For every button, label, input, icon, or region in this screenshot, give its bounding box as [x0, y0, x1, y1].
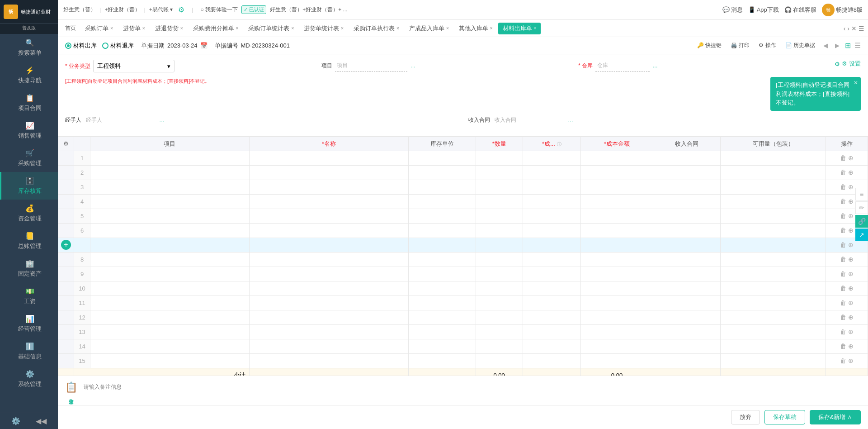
cell-cost[interactable] [523, 194, 580, 209]
topbar-user[interactable]: 畅 畅捷通8版 [822, 4, 863, 16]
tab-incoming-stats[interactable]: 进货单统计表 × [299, 23, 348, 34]
cell-income-contract[interactable] [653, 151, 720, 165]
cell-input-add-5[interactable] [523, 238, 580, 252]
topbar-trial[interactable]: ○ 我要体验一下 [201, 6, 238, 14]
tab-scroll-right[interactable]: › [847, 25, 849, 32]
copy-row-btn[interactable]: ⊕ [848, 343, 854, 350]
cell-cost-amt[interactable] [581, 194, 653, 209]
tab-purchase-order[interactable]: 采购订单 × [80, 23, 118, 34]
right-float-expand-btn[interactable]: ↗ [855, 229, 868, 241]
delete-row-btn[interactable]: 🗑 [840, 357, 846, 364]
cell-unit[interactable] [408, 223, 476, 238]
cell-cost[interactable] [523, 165, 580, 180]
delete-row-btn[interactable]: 🗑 [840, 154, 846, 162]
right-float-link-btn[interactable]: 🔗 [855, 215, 868, 228]
cell-cost[interactable] [523, 180, 580, 194]
tab-purchase-fee-close[interactable]: × [236, 26, 239, 31]
cell-name[interactable] [249, 165, 408, 180]
cell-qty[interactable] [476, 223, 523, 238]
cell-input-add-6[interactable] [581, 238, 653, 252]
tab-other-stock-in[interactable]: 其他入库单 × [454, 23, 497, 34]
cell-project[interactable] [90, 151, 250, 165]
project-dots-btn[interactable]: … [410, 62, 415, 69]
print-btn[interactable]: 🖨️ 打印 [728, 41, 752, 50]
cell-income-contract[interactable] [653, 165, 720, 180]
cell-project[interactable] [90, 209, 250, 223]
tab-purchase-fee[interactable]: 采购费用分摊单 × [189, 23, 243, 34]
business-type-select[interactable]: 工程领料 ▾ [93, 60, 175, 72]
cell-cost-amt[interactable] [581, 165, 653, 180]
sidebar-item-salary[interactable]: 💵 工资 [0, 282, 58, 310]
cell-available[interactable] [720, 151, 826, 165]
topbar-online-service[interactable]: 🎧 在线客服 [784, 6, 816, 14]
cell-project[interactable] [90, 180, 250, 194]
shortcut-btn[interactable]: 🔑 快捷键 [694, 41, 724, 50]
copy-row-btn[interactable]: ⊕ [848, 198, 854, 205]
delete-row-btn[interactable]: 🗑 [840, 285, 846, 292]
tab-incoming-return[interactable]: 进退货货 × [151, 23, 188, 34]
tab-incoming[interactable]: 进货单 × [118, 23, 150, 34]
cell-available[interactable] [720, 209, 826, 223]
tab-incoming-stats-close[interactable]: × [341, 26, 344, 31]
tab-home[interactable]: 首页 [61, 23, 80, 34]
tab-close-all[interactable]: ✕ [851, 25, 857, 32]
save-draft-button[interactable]: 保存草稿 [764, 410, 805, 424]
cell-input-add-7[interactable] [653, 238, 720, 252]
cell-unit[interactable] [408, 194, 476, 209]
cell-name[interactable] [249, 194, 408, 209]
sidebar-item-ops[interactable]: 📊 经营管理 [0, 310, 58, 338]
topbar-nav-easy-agent[interactable]: +易代账 ▾ [149, 6, 173, 14]
warehouse-input[interactable]: 仓库 [595, 60, 650, 72]
cell-income-contract[interactable] [653, 180, 720, 194]
sidebar-item-inventory[interactable]: 🗄️ 库存核算 [0, 172, 58, 200]
cell-qty[interactable] [476, 180, 523, 194]
cell-project[interactable] [90, 223, 250, 238]
sidebar-item-capital[interactable]: 💰 资金管理 [0, 200, 58, 227]
right-float-edit-btn[interactable]: ✏ [855, 201, 868, 214]
project-input[interactable]: 项目 [335, 60, 407, 72]
save-new-button[interactable]: 保存&新增 ∧ [810, 410, 861, 424]
cell-qty[interactable] [476, 165, 523, 180]
cell-project[interactable] [90, 165, 250, 180]
cell-available[interactable] [720, 223, 826, 238]
history-btn[interactable]: 📄 历史单据 [783, 41, 818, 50]
delete-row-btn[interactable]: 🗑 [840, 212, 846, 219]
settings-bottom-icon[interactable]: ⚙️ [11, 417, 20, 425]
delete-row-btn[interactable]: 🗑 [840, 299, 846, 306]
copy-row-btn[interactable]: ⊕ [848, 183, 854, 191]
sidebar-item-project[interactable]: 📋 项目合同 [0, 89, 58, 117]
settings-btn[interactable]: ⚙ ⚙ 设置 [835, 60, 861, 68]
handler-dots-btn[interactable]: … [159, 117, 165, 124]
copy-row-btn[interactable]: ⊕ [848, 314, 854, 321]
right-float-list-btn[interactable]: ≡ [855, 188, 868, 200]
cell-cost[interactable] [523, 151, 580, 165]
cell-qty[interactable] [476, 194, 523, 209]
copy-row-btn[interactable]: ⊕ [848, 154, 854, 162]
cell-cost-amt[interactable] [581, 180, 653, 194]
cell-available[interactable] [720, 165, 826, 180]
copy-row-btn[interactable]: ⊕ [848, 169, 854, 176]
calendar-icon[interactable]: 📅 [200, 42, 208, 49]
sidebar-item-search[interactable]: 🔍 搜索菜单 [0, 34, 58, 62]
tab-incoming-return-close[interactable]: × [180, 26, 183, 31]
sidebar-item-system[interactable]: ⚙️ 系统管理 [0, 365, 58, 393]
copy-row-btn[interactable]: ⊕ [848, 212, 854, 219]
cell-input-add-2[interactable] [249, 238, 408, 252]
tooltip-close-btn[interactable]: ✕ [854, 79, 858, 87]
tab-finished-goods-close[interactable]: × [446, 26, 449, 31]
delete-row-btn[interactable]: 🗑 [840, 227, 846, 234]
cell-name[interactable] [249, 151, 408, 165]
input-add-col2[interactable] [252, 242, 406, 248]
topbar-nav-good-finance[interactable]: +好业财（普） [104, 6, 140, 14]
cell-unit[interactable] [408, 151, 476, 165]
tab-material-out[interactable]: 材料出库单 × [498, 23, 541, 34]
topbar-app-download[interactable]: 📱 App下载 [748, 6, 779, 14]
tab-purchase-exec-close[interactable]: × [396, 26, 399, 31]
discard-button[interactable]: 放弃 [731, 410, 760, 424]
cell-cost-amt[interactable] [581, 223, 653, 238]
cell-cost-amt[interactable] [581, 151, 653, 165]
cell-income-contract[interactable] [653, 209, 720, 223]
list-view-icon[interactable]: ☰ [854, 41, 861, 50]
notes-input[interactable] [82, 381, 861, 400]
copy-row-btn[interactable]: ⊕ [848, 299, 854, 306]
